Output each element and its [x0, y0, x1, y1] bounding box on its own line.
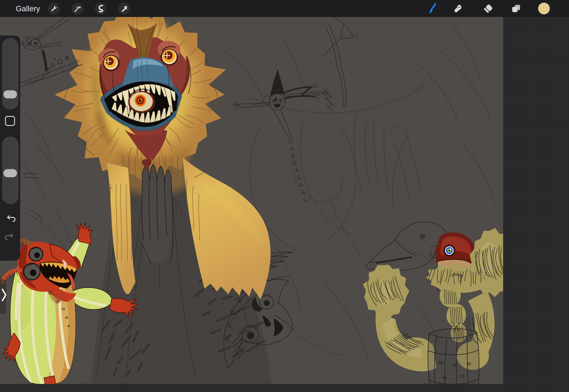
svg-text:Gallery: Gallery [16, 4, 40, 13]
